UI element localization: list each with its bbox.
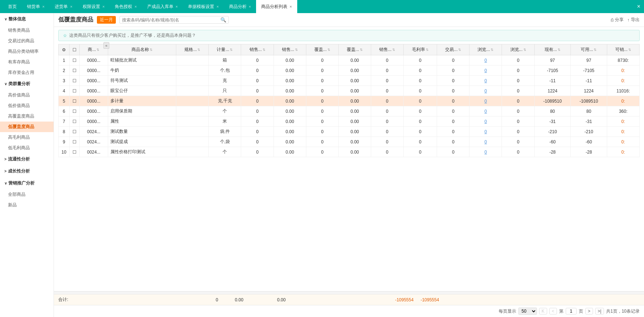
- table-cell[interactable]: ☐: [70, 127, 80, 137]
- table-cell[interactable]: ☐: [70, 106, 80, 116]
- sidebar: ∨ 整体信息 销售类商品 交易过的商品 商品分类动销率 有库存商品 库存资金占用…: [0, 13, 54, 317]
- nav-item-analysis-list[interactable]: 商品分析列表 ×: [256, 0, 297, 13]
- table-cell: -210: [534, 127, 571, 137]
- close-icon[interactable]: ×: [249, 4, 251, 9]
- table-cell: 克,千克: [209, 96, 241, 106]
- scrollbar[interactable]: [54, 291, 644, 294]
- table-cell[interactable]: ☐: [70, 55, 80, 66]
- sidebar-section-cluster[interactable]: ∨ 类群量分析: [0, 78, 54, 90]
- table-cell[interactable]: ☐: [70, 76, 80, 86]
- table-cell: 80: [571, 106, 607, 116]
- table-cell: 1224: [571, 86, 607, 96]
- table-cell: 8730:: [607, 55, 639, 66]
- per-page-select[interactable]: 20 50 100: [518, 308, 537, 315]
- close-icon[interactable]: ×: [70, 4, 72, 9]
- table-cell: 0: [371, 76, 403, 86]
- table-cell: 0:: [607, 66, 639, 76]
- first-page-button[interactable]: K: [539, 308, 547, 314]
- table-cell: 97: [534, 55, 571, 66]
- table-cell: 旺辅批次测试: [108, 55, 176, 66]
- table-cell: 0: [306, 55, 338, 66]
- table-cell: 0: [241, 106, 274, 116]
- table-cell: [176, 137, 209, 147]
- table-cell: 0: [241, 116, 274, 127]
- table-cell: [176, 106, 209, 116]
- sidebar-section-growth[interactable]: > 成长性分析: [0, 165, 54, 177]
- table-cell: 0: [241, 66, 274, 76]
- nav-item-sales[interactable]: 销货单 ×: [22, 0, 50, 13]
- table-cell: 0: [404, 76, 437, 86]
- sidebar-item-new-goods[interactable]: 新品: [0, 200, 54, 210]
- export-button[interactable]: ↑ 导出: [627, 17, 640, 23]
- sidebar-item-in-stock[interactable]: 有库存商品: [0, 57, 54, 67]
- sidebar-section-liquidity[interactable]: > 流通性分析: [0, 153, 54, 165]
- sidebar-item-high-coverage[interactable]: 高覆盖度商品: [0, 111, 54, 122]
- close-icon[interactable]: ×: [102, 4, 105, 9]
- table-cell[interactable]: ☐: [70, 147, 80, 157]
- sidebar-item-stock-fund[interactable]: 库存资金占用: [0, 67, 54, 78]
- table-cell[interactable]: ☐: [70, 137, 80, 147]
- close-icon[interactable]: ×: [176, 4, 178, 9]
- sidebar-item-low-gross[interactable]: 低毛利商品: [0, 143, 54, 153]
- nav-item-permissions[interactable]: 权限设置 ×: [78, 0, 110, 13]
- table-cell: 0:: [607, 147, 639, 157]
- page-input[interactable]: [566, 308, 577, 314]
- sidebar-item-low-value[interactable]: 低价值商品: [0, 100, 54, 111]
- table-cell[interactable]: ☐: [70, 116, 80, 127]
- table-cell: 0: [306, 127, 338, 137]
- date-filter-button[interactable]: 近一月: [97, 16, 116, 24]
- prev-page-button[interactable]: <: [549, 308, 557, 314]
- table-cell: -11: [534, 76, 571, 86]
- table-cell: 0: [502, 137, 534, 147]
- search-icon[interactable]: 🔍: [220, 17, 226, 23]
- table-header-row: ⚙ ☐ 商...⇅ 商品名称⇅ 规格...⇅ 计量...⇅ 销售...⇅ 销售.…: [59, 44, 640, 55]
- gross-rate-column-header: 毛利率⇅: [404, 44, 437, 55]
- sidebar-section-overall[interactable]: ∨ 整体信息: [0, 13, 54, 25]
- nav-item-analysis[interactable]: 商品分析 ×: [224, 0, 256, 13]
- settings-column-header[interactable]: ⚙: [59, 44, 70, 55]
- table-cell: 0:: [607, 96, 639, 106]
- nav-item-production[interactable]: 产成品入库单 ×: [142, 0, 183, 13]
- next-page-button[interactable]: >: [585, 308, 593, 314]
- table-cell[interactable]: ☐: [70, 66, 80, 76]
- nav-item-template[interactable]: 单据模板设置 ×: [183, 0, 224, 13]
- table-cell: 0.00: [274, 147, 306, 157]
- table-cell: 0000...: [80, 96, 108, 106]
- table-cell[interactable]: ☐: [70, 96, 80, 106]
- table-cell: 4: [59, 86, 70, 96]
- table-row: 9☐0024...测试提成个,袋00.0000.0000000-60-600:: [59, 137, 640, 147]
- sidebar-collapse-button[interactable]: «: [103, 42, 109, 49]
- checkbox-column-header[interactable]: ☐: [70, 44, 80, 55]
- table-cell: 0: [306, 76, 338, 86]
- sidebar-item-traded-goods[interactable]: 交易过的商品: [0, 36, 54, 46]
- trade-column-header: 交易...⇅: [437, 44, 470, 55]
- close-icon[interactable]: ×: [134, 4, 137, 9]
- sidebar-item-category-rate[interactable]: 商品分类动销率: [0, 46, 54, 57]
- close-icon[interactable]: ×: [290, 4, 292, 9]
- close-icon[interactable]: ×: [42, 4, 44, 9]
- sidebar-section-marketing[interactable]: ∨ 营销推广分析: [0, 177, 54, 189]
- collapse-arrow-icon: ∨: [4, 82, 7, 86]
- table-cell: 0.00: [338, 116, 371, 127]
- table-cell: 牛奶: [108, 66, 176, 76]
- sidebar-item-all-goods[interactable]: 全部商品: [0, 189, 54, 200]
- last-page-button[interactable]: >|: [595, 308, 604, 314]
- nav-item-role[interactable]: 角色授权 ×: [110, 0, 142, 13]
- sidebar-item-high-value[interactable]: 高价值商品: [0, 90, 54, 100]
- share-icon: ⎙: [611, 17, 613, 23]
- nav-item-home[interactable]: 首页: [3, 0, 22, 13]
- search-input[interactable]: [122, 17, 220, 23]
- window-close-button[interactable]: ×: [637, 3, 640, 10]
- nav-item-purchase[interactable]: 进货单 ×: [50, 0, 77, 13]
- table-cell: 0.00: [338, 137, 371, 147]
- sidebar-item-low-coverage[interactable]: 低覆盖度商品: [0, 122, 54, 132]
- table-cell[interactable]: ☐: [70, 86, 80, 96]
- sidebar-item-sales-goods[interactable]: 销售类商品: [0, 25, 54, 36]
- close-icon[interactable]: ×: [216, 4, 219, 9]
- share-button[interactable]: ⎙ 分享: [611, 17, 624, 23]
- table-cell: 2: [59, 66, 70, 76]
- table-cell: 0: [241, 137, 274, 147]
- table-cell: 个,包: [209, 66, 241, 76]
- sidebar-item-high-gross[interactable]: 高毛利商品: [0, 132, 54, 143]
- totals-sales1: 0: [207, 297, 227, 302]
